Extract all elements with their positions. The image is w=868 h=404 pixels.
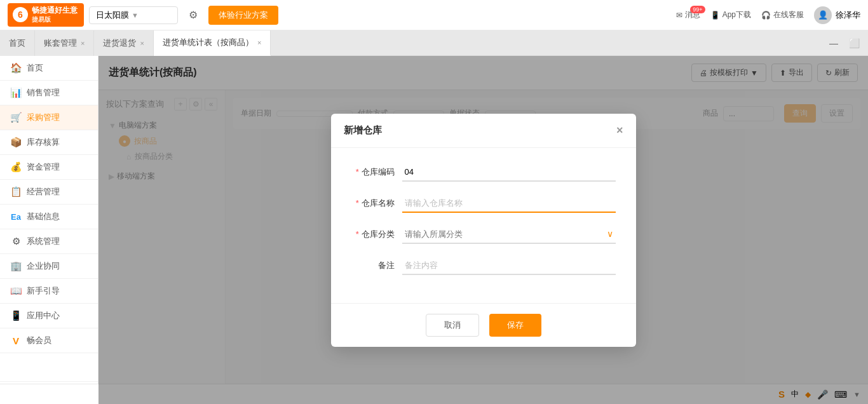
modal-title: 新增仓库 [344,125,382,137]
tab-maximize-button[interactable]: ⬜ [845,34,863,52]
warehouse-code-input[interactable] [402,163,616,182]
save-button[interactable]: 保存 [489,314,541,337]
gear-icon: ⚙ [189,9,198,21]
app-download-button[interactable]: 📱 App下载 [710,10,751,20]
sidebar-system-label: 系统管理 [27,236,60,247]
sidebar-operations-label: 经营管理 [27,186,60,198]
modal-overlay: 新增仓库 × * 仓库编码 * [98,56,868,404]
sidebar-basic-info-label: 基础信息 [27,211,60,222]
tab-account-management[interactable]: 账套管理 × [35,30,94,56]
sidebar-apps-label: 应用中心 [27,310,60,321]
tab-account-management-close[interactable]: × [81,39,85,47]
message-badge: 99+ [690,6,705,13]
finance-icon: 💰 [10,161,22,173]
guide-icon: 📖 [10,285,22,297]
sidebar-purchase-label: 采购管理 [27,112,60,123]
apps-icon: 📱 [10,310,22,321]
required-star-code: * [356,167,359,177]
required-star-name: * [356,198,359,208]
modal-header: 新增仓库 × [331,114,636,148]
tab-bar: 首页 账套管理 × 进货退货 × 进货单统计表（按商品） × — ⬜ [0,30,868,56]
form-row-category: * 仓库分类 ∨ [351,226,616,244]
sidebar-item-home[interactable]: 🏠 首页 [0,56,98,81]
sidebar-item-member[interactable]: V 畅会员 [0,328,98,353]
user-avatar-area[interactable]: 👤 徐泽华 [814,6,860,24]
online-service-button[interactable]: 🎧 在线客服 [761,10,804,20]
sidebar-item-operations[interactable]: 📋 经营管理 [0,180,98,205]
sidebar: 🏠 首页 📊 销售管理 🛒 采购管理 📦 库存核算 💰 资金管理 📋 经营管理 … [0,56,98,404]
sidebar-item-basic-info[interactable]: Ea 基础信息 [0,205,98,229]
tab-purchase-stats-label: 进货单统计表（按商品） [163,37,254,48]
add-warehouse-modal: 新增仓库 × * 仓库编码 * [331,114,636,347]
sidebar-item-guide[interactable]: 📖 新手引导 [0,279,98,304]
cancel-button[interactable]: 取消 [426,314,479,337]
tab-purchase-return[interactable]: 进货退货 × [94,30,153,56]
required-star-category: * [356,229,359,239]
basic-info-icon: Ea [10,211,22,222]
sidebar-item-sales[interactable]: 📊 销售管理 [0,81,98,105]
tab-purchase-return-close[interactable]: × [140,39,144,47]
top-header: 6 畅捷通好生意 捷易版 日太阳膜 ▼ ⚙ 体验行业方案 ✉ 消息 99+ 📱 … [0,0,868,30]
system-icon: ⚙ [10,236,22,247]
message-icon: ✉ [676,11,682,20]
sidebar-item-system[interactable]: ⚙ 系统管理 [0,229,98,254]
sidebar-item-inventory[interactable]: 📦 库存核算 [0,130,98,155]
name-label: * 仓库名称 [351,198,402,209]
phone-icon: 📱 [710,11,720,20]
sidebar-item-finance[interactable]: 💰 资金管理 [0,155,98,180]
code-label: * 仓库编码 [351,166,402,178]
dropdown-arrow-icon: ▼ [132,11,139,19]
main-layout: 🏠 首页 📊 销售管理 🛒 采购管理 📦 库存核算 💰 资金管理 📋 经营管理 … [0,56,868,404]
modal-footer: 取消 保存 [331,303,636,347]
username: 徐泽华 [836,10,860,21]
tab-purchase-stats-close[interactable]: × [257,39,261,46]
logo-icon: 6 [13,7,28,22]
sidebar-item-purchase[interactable]: 🛒 采购管理 [0,105,98,130]
sidebar-item-enterprise[interactable]: 🏢 企业协同 [0,254,98,279]
sales-icon: 📊 [10,87,22,98]
tab-home-label: 首页 [9,37,25,49]
logo-sub: 捷易版 [32,15,78,24]
modal-close-button[interactable]: × [616,124,623,137]
tab-purchase-stats[interactable]: 进货单统计表（按商品） × [154,30,271,56]
logo-area: 6 畅捷通好生意 捷易版 [8,3,84,26]
home-icon: 🏠 [10,62,22,74]
header-right: ✉ 消息 99+ 📱 App下载 🎧 在线客服 👤 徐泽华 [676,6,860,24]
sidebar-item-apps[interactable]: 📱 应用中心 [0,304,98,328]
tab-account-management-label: 账套管理 [44,37,77,49]
member-icon: V [10,335,22,346]
store-selector[interactable]: 日太阳膜 ▼ [89,6,178,24]
tab-minimize-button[interactable]: — [825,34,843,52]
category-label: * 仓库分类 [351,229,402,240]
category-select-input[interactable] [402,226,616,243]
sidebar-enterprise-label: 企业协同 [27,260,60,272]
inventory-icon: 📦 [10,137,22,148]
sidebar-guide-label: 新手引导 [27,285,60,297]
remark-label: 备注 [351,260,402,271]
operations-icon: 📋 [10,186,22,198]
sidebar-sales-label: 销售管理 [27,87,60,98]
avatar: 👤 [814,6,832,24]
sidebar-member-label: 畅会员 [27,335,51,346]
tab-actions: — ⬜ [825,34,868,52]
online-service-label: 在线客服 [773,10,804,20]
tab-home[interactable]: 首页 [0,30,35,56]
tab-purchase-return-label: 进货退货 [103,37,136,49]
warehouse-name-input[interactable] [402,194,616,213]
form-row-remark: 备注 [351,257,616,275]
message-button[interactable]: ✉ 消息 99+ [676,10,700,20]
enterprise-icon: 🏢 [10,260,22,272]
store-name: 日太阳膜 [96,10,129,21]
sidebar-home-label: 首页 [27,62,43,74]
trial-button[interactable]: 体验行业方案 [208,6,278,25]
settings-gear-button[interactable]: ⚙ [183,5,203,25]
form-row-name: * 仓库名称 [351,194,616,213]
purchase-icon: 🛒 [10,112,22,123]
remark-input[interactable] [402,257,616,275]
headset-icon: 🎧 [761,11,771,20]
logo-title: 畅捷通好生意 [32,6,78,15]
sidebar-finance-label: 资金管理 [27,161,60,173]
app-download-label: App下载 [722,10,751,20]
category-select-wrapper: ∨ [402,226,616,244]
modal-body: * 仓库编码 * 仓库名称 [331,148,636,303]
